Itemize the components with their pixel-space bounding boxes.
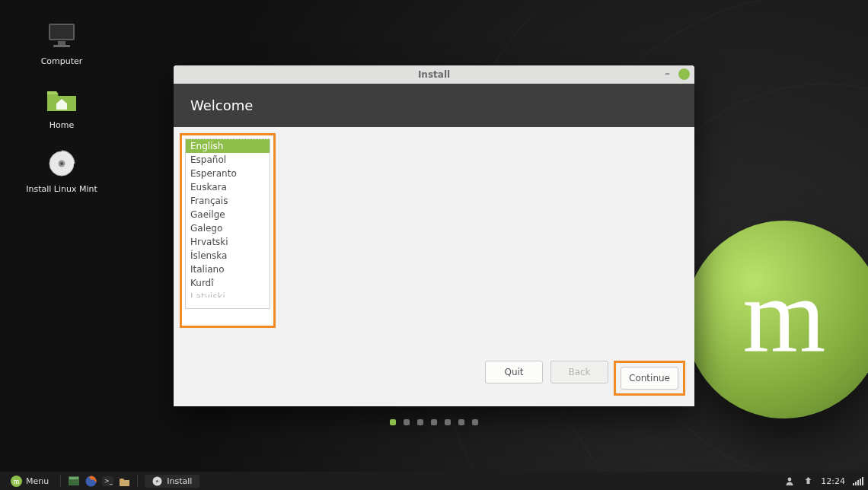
desktop-icon-label: Computer xyxy=(20,56,104,66)
window-title: Install xyxy=(418,69,450,80)
desktop-icon-label: Home xyxy=(20,120,104,130)
quick-launchers: >_ xyxy=(66,474,132,488)
quit-button[interactable]: Quit xyxy=(485,361,543,383)
network-icon[interactable] xyxy=(803,476,813,486)
window-close-button[interactable] xyxy=(678,68,690,80)
computer-icon xyxy=(20,18,104,53)
disc-icon xyxy=(152,476,162,486)
slide-dot xyxy=(458,419,464,425)
taskbar: m Menu >_ Install 12:24 xyxy=(0,472,868,490)
user-icon[interactable] xyxy=(784,476,795,486)
folder-home-icon xyxy=(20,82,104,117)
continue-highlight: Continue xyxy=(614,361,685,396)
taskbar-separator xyxy=(60,475,61,487)
mint-logo: m xyxy=(685,221,868,418)
back-button[interactable]: Back xyxy=(550,361,608,383)
language-option[interactable]: Hrvatski xyxy=(186,235,270,249)
language-option[interactable]: Gaeilge xyxy=(186,208,270,221)
system-tray: 12:24 xyxy=(784,476,863,486)
taskbar-separator xyxy=(137,475,138,487)
language-option[interactable]: Latviski xyxy=(186,290,270,298)
language-option[interactable]: Íslenska xyxy=(186,249,270,262)
window-minimize-button[interactable]: – xyxy=(662,68,673,80)
slide-dot xyxy=(417,419,423,425)
clock[interactable]: 12:24 xyxy=(821,476,845,486)
svg-rect-2 xyxy=(58,41,65,45)
language-option[interactable]: Euskara xyxy=(186,180,270,194)
desktop-icon-home[interactable]: Home xyxy=(20,82,104,130)
volume-icon[interactable] xyxy=(853,476,863,485)
language-list-highlight: EnglishEspañolEsperantoEuskaraFrançaisGa… xyxy=(180,133,276,328)
desktop-icon-label: Install Linux Mint xyxy=(20,184,104,194)
menu-label: Menu xyxy=(26,476,49,486)
svg-point-15 xyxy=(788,478,792,482)
mint-menu-icon: m xyxy=(11,476,22,487)
firefox-launcher[interactable] xyxy=(83,474,98,488)
installer-window: Install – Welcome EnglishEspañolEsperant… xyxy=(174,65,694,406)
menu-button[interactable]: m Menu xyxy=(5,474,55,488)
continue-button[interactable]: Continue xyxy=(621,367,678,390)
page-heading: Welcome xyxy=(174,84,694,127)
slide-indicator xyxy=(390,419,478,425)
language-option[interactable]: English xyxy=(186,139,270,153)
installer-body: EnglishEspañolEsperantoEuskaraFrançaisGa… xyxy=(174,127,694,406)
svg-rect-3 xyxy=(53,45,70,47)
desktop-icon-install[interactable]: Install Linux Mint xyxy=(20,146,104,194)
language-option[interactable]: Italiano xyxy=(186,262,270,276)
slide-dot xyxy=(472,419,478,425)
svg-text:>_: >_ xyxy=(104,478,113,485)
desktop[interactable]: m Computer Home Install Linux Mint Insta… xyxy=(0,0,868,472)
files-launcher[interactable] xyxy=(116,474,132,488)
language-option[interactable]: Galego xyxy=(186,221,270,235)
svg-point-7 xyxy=(60,162,63,165)
nav-buttons: Quit Back Continue xyxy=(485,361,685,396)
language-option[interactable]: Español xyxy=(186,153,270,167)
task-label: Install xyxy=(167,476,192,486)
show-desktop-launcher[interactable] xyxy=(66,474,81,488)
slide-dot xyxy=(445,419,451,425)
slide-dot xyxy=(404,419,410,425)
desktop-icon-computer[interactable]: Computer xyxy=(20,18,104,66)
slide-dot xyxy=(390,419,396,425)
svg-rect-1 xyxy=(50,25,73,39)
language-option[interactable]: Kurdî xyxy=(186,276,270,290)
svg-rect-9 xyxy=(69,477,78,479)
window-titlebar[interactable]: Install – xyxy=(174,65,694,84)
slide-dot xyxy=(431,419,437,425)
taskbar-entry-install[interactable]: Install xyxy=(145,475,199,488)
svg-point-14 xyxy=(156,479,158,482)
language-option[interactable]: Esperanto xyxy=(186,167,270,180)
disc-icon xyxy=(20,146,104,181)
language-list[interactable]: EnglishEspañolEsperantoEuskaraFrançaisGa… xyxy=(185,138,270,309)
language-option[interactable]: Français xyxy=(186,194,270,208)
terminal-launcher[interactable]: >_ xyxy=(100,474,115,488)
